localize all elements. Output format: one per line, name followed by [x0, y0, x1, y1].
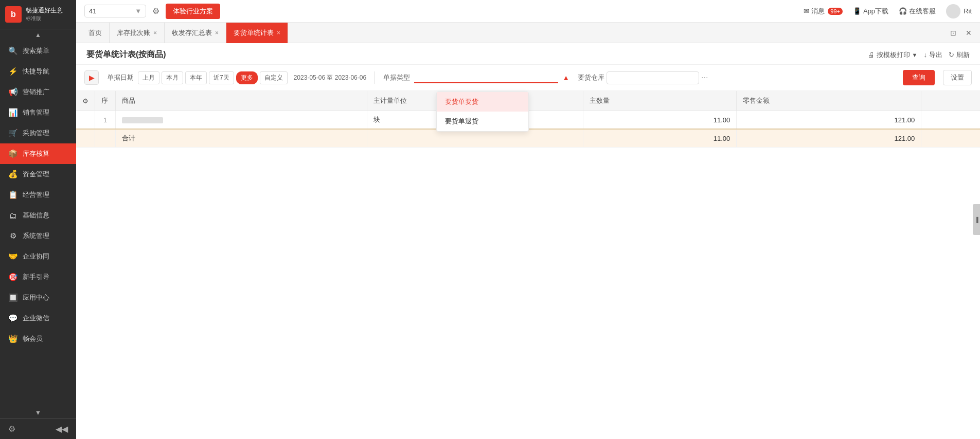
date-custom[interactable]: 自定义 [260, 71, 288, 84]
basic-icon: 🗂 [8, 211, 17, 220]
sidebar-item-label: 经营管理 [23, 190, 49, 199]
appstore-icon: 🔲 [8, 293, 17, 302]
refresh-button[interactable]: ↻ 刷新 [949, 50, 970, 60]
right-scroll-indicator[interactable]: ▐ [973, 204, 980, 235]
footer-empty-1 [76, 129, 95, 148]
sidebar-item-wecom[interactable]: 💬 企业微信 [0, 308, 76, 328]
type-chevron-up-icon[interactable]: ▲ [562, 74, 569, 82]
sidebar-item-label: 企业微信 [23, 314, 49, 323]
col-settings[interactable]: ⚙ [76, 91, 95, 111]
page-content: 要货单统计表(按商品) 🖨 按模板打印 ▼ ↓ 导出 ↻ 刷新 ▶ [76, 43, 980, 439]
finance-icon: 💰 [8, 170, 17, 179]
table-footer: 合计 11.00 121.00 [76, 129, 980, 148]
sidebar-item-purchase[interactable]: 🛒 采购管理 [0, 123, 76, 143]
sidebar-item-marketing[interactable]: 📢 营销推广 [0, 82, 76, 102]
sidebar-item-sales[interactable]: 📊 销售管理 [0, 102, 76, 123]
type-filter-group: 单据类型 ▲ [383, 72, 569, 83]
sidebar-item-guide[interactable]: 🎯 新手引导 [0, 267, 76, 287]
table-container: ⚙ 序 商品 主计量单位 主数量 零售金额 1 [76, 91, 980, 439]
tab-income-summary[interactable]: 收发存汇总表 × [165, 23, 226, 43]
date-filter-group: 单据日期 上月 本月 本年 近7天 更多 自定义 2023-05-06 至 20… [107, 71, 366, 84]
tab-inventory-batch[interactable]: 库存批次账 × [110, 23, 165, 43]
sidebar-collapse-icon[interactable]: ◀◀ [56, 424, 68, 434]
sidebar-item-member[interactable]: 👑 畅会员 [0, 328, 76, 349]
tab-close-icon[interactable]: × [153, 29, 157, 36]
sidebar-scroll-up[interactable]: ▲ [0, 29, 76, 41]
row-num-cell: 1 [95, 111, 116, 130]
date-more[interactable]: 更多 [236, 71, 258, 84]
topbar-left: 41 ▼ ⚙ 体验行业方案 [84, 4, 220, 19]
tab-close-all-icon[interactable]: ✕ [963, 27, 975, 39]
sidebar-item-system[interactable]: ⚙ 系统管理 [0, 226, 76, 246]
sidebar-item-operation[interactable]: 📋 经营管理 [0, 185, 76, 205]
tab-home[interactable]: 首页 [81, 23, 110, 43]
sidebar-item-label: 基础信息 [23, 211, 49, 220]
date-last-month[interactable]: 上月 [138, 71, 159, 84]
filter-toggle-button[interactable]: ▶ [84, 70, 99, 85]
date-last-7-days[interactable]: 近7天 [209, 71, 234, 84]
sidebar-item-label: 畅会员 [23, 334, 43, 343]
footer-empty-2 [95, 129, 116, 148]
print-label: 按模板打印 [877, 50, 910, 60]
user-info[interactable]: Rit [946, 4, 972, 19]
sidebar-item-label: 销售管理 [23, 108, 49, 117]
col-quantity: 主数量 [583, 91, 736, 111]
type-input[interactable] [414, 72, 558, 83]
sidebar-item-finance[interactable]: 💰 资金管理 [0, 164, 76, 185]
sidebar-settings-icon[interactable]: ⚙ [8, 424, 15, 434]
date-this-month[interactable]: 本月 [162, 71, 183, 84]
message-button[interactable]: ✉ 消息 99+ [804, 7, 843, 16]
query-button[interactable]: 查询 [903, 70, 935, 85]
col-product: 商品 [116, 91, 367, 111]
app-download-button[interactable]: 📱 App下载 [853, 7, 888, 16]
sidebar-item-inventory[interactable]: 📦 库存核算 [0, 143, 76, 164]
row-extra-cell [921, 111, 980, 130]
marketing-icon: 📢 [8, 87, 17, 97]
tab-close-active-icon[interactable]: × [277, 29, 280, 36]
export-button[interactable]: ↓ 导出 [924, 50, 943, 60]
filter-divider-1 [375, 71, 375, 84]
sidebar-item-label: 资金管理 [23, 170, 49, 179]
chevron-down-icon: ▼ [135, 7, 141, 15]
tab-order-stats[interactable]: 要货单统计表 × [226, 23, 288, 43]
company-selector[interactable]: 41 ▼ [84, 5, 146, 17]
row-settings-cell [76, 111, 95, 130]
sidebar-item-appstore[interactable]: 🔲 应用中心 [0, 287, 76, 308]
message-icon: ✉ [804, 7, 809, 15]
online-service-button[interactable]: 🎧 在线客服 [899, 7, 936, 16]
date-this-year[interactable]: 本年 [185, 71, 207, 84]
tab-close-icon[interactable]: × [215, 29, 219, 36]
app-title-block: 畅捷通好生意 标准版 [26, 7, 63, 22]
warehouse-label: 要货仓库 [578, 73, 604, 82]
online-service-label: 在线客服 [909, 7, 936, 16]
tab-expand-icon[interactable]: ⊡ [947, 27, 959, 39]
sidebar-item-enterprise[interactable]: 🤝 企业协同 [0, 246, 76, 267]
guide-icon: 🎯 [8, 272, 17, 282]
sidebar-item-label: 营销推广 [23, 87, 49, 97]
print-chevron-icon: ▼ [912, 52, 918, 58]
footer-quantity: 11.00 [583, 129, 736, 148]
industry-button[interactable]: 体验行业方案 [166, 4, 220, 19]
inventory-batch-label: 库存批次账 [117, 28, 150, 38]
filter-more-icon[interactable]: ··· [701, 73, 708, 82]
sidebar-item-label: 新手引导 [23, 272, 49, 282]
settings-button[interactable]: 设置 [943, 70, 972, 85]
sidebar-item-search[interactable]: 🔍 搜索菜单 [0, 41, 76, 61]
sidebar-item-basic[interactable]: 🗂 基础信息 [0, 205, 76, 226]
print-template-button[interactable]: 🖨 按模板打印 ▼ [868, 50, 918, 60]
warehouse-input[interactable] [607, 71, 699, 84]
inventory-icon: 📦 [8, 149, 17, 158]
footer-row: 合计 11.00 121.00 [76, 129, 980, 148]
page-actions: 🖨 按模板打印 ▼ ↓ 导出 ↻ 刷新 [868, 50, 970, 60]
sidebar-item-quick-nav[interactable]: ⚡ 快捷导航 [0, 61, 76, 82]
message-badge: 99+ [828, 8, 843, 15]
dropdown-item-requisition[interactable]: 要货单要货 [437, 92, 528, 112]
settings-icon[interactable]: ⚙ [152, 6, 159, 16]
dropdown-item-return[interactable]: 要货单退货 [437, 112, 528, 131]
sidebar-scroll-down[interactable]: ▼ [0, 407, 76, 418]
member-icon: 👑 [8, 334, 17, 343]
footer-label: 合计 [116, 129, 367, 148]
purchase-icon: 🛒 [8, 129, 17, 138]
company-value: 41 [89, 7, 96, 15]
home-tab-label: 首页 [88, 28, 102, 38]
